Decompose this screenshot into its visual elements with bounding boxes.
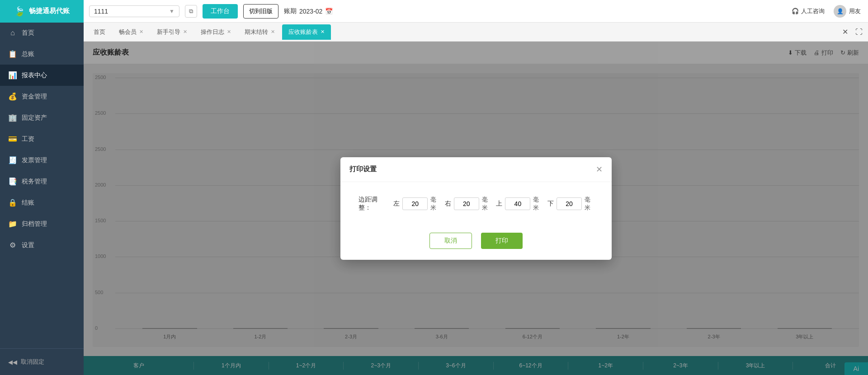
ledger-icon: 📋 xyxy=(8,50,17,58)
collapse-button[interactable]: ◀◀ 取消固定 xyxy=(0,353,84,370)
service-label: 人工咨询 xyxy=(801,7,825,15)
invoice-icon: 🧾 xyxy=(8,156,17,164)
sidebar-item-close[interactable]: 🔒 结账 xyxy=(0,192,84,213)
bottom-label: 下 xyxy=(547,200,554,208)
sidebar-label-invoice: 发票管理 xyxy=(22,156,47,164)
top-header: 🍃 畅捷通易代账 1111 ▼ ⧉ 工作台 切到旧版 账期 2023-02 📅 … xyxy=(0,0,868,23)
close-accounts-icon: 🔒 xyxy=(8,198,17,207)
home-icon: ⌂ xyxy=(8,29,17,37)
sidebar-item-archive[interactable]: 📁 归档管理 xyxy=(0,213,84,234)
sidebar-label-funds: 资金管理 xyxy=(22,93,47,101)
modal-body: 边距调整： 左 毫米 右 毫米 xyxy=(340,182,612,225)
left-label: 左 xyxy=(393,200,400,208)
margin-right-group: 右 毫米 xyxy=(445,196,491,212)
sidebar-item-invoice[interactable]: 🧾 发票管理 xyxy=(0,150,84,171)
tax-icon: 📑 xyxy=(8,177,17,186)
sidebar-bottom: ◀◀ 取消固定 xyxy=(0,348,84,375)
tab-home[interactable]: 首页 xyxy=(87,24,112,40)
sidebar-item-reports[interactable]: 📊 报表中心 xyxy=(0,65,84,86)
service-button[interactable]: 🎧 人工咨询 xyxy=(792,7,825,15)
sidebar-label-reports: 报表中心 xyxy=(22,71,47,80)
tabs-right: ✕ ⛶ xyxy=(840,26,864,38)
margin-right-input[interactable] xyxy=(454,197,479,210)
content-area: 首页 畅会员 ✕ 新手引导 ✕ 操作日志 ✕ 期末结转 ✕ 应收账龄表 ✕ xyxy=(84,23,868,375)
sidebar-label-home: 首页 xyxy=(22,29,34,37)
margin-bottom-input[interactable] xyxy=(557,197,582,210)
tab-aging-label: 应收账龄表 xyxy=(288,28,318,36)
tabs-bar: 首页 畅会员 ✕ 新手引导 ✕ 操作日志 ✕ 期末结转 ✕ 应收账龄表 ✕ xyxy=(84,23,868,42)
tab-guide[interactable]: 新手引导 ✕ xyxy=(151,24,193,40)
user-label: 用友 xyxy=(849,7,861,15)
tab-guide-label: 新手引导 xyxy=(157,28,180,36)
sidebar-item-settings[interactable]: ⚙ 设置 xyxy=(0,234,84,256)
sidebar-label-archive: 归档管理 xyxy=(22,220,47,228)
top-label: 上 xyxy=(496,200,502,208)
sidebar-item-funds[interactable]: 💰 资金管理 xyxy=(0,86,84,107)
modal-title: 打印设置 xyxy=(349,165,377,173)
sidebar-label-ledger: 总账 xyxy=(22,50,34,58)
margin-top-input[interactable] xyxy=(505,197,530,210)
logo-text: 畅捷通易代账 xyxy=(29,7,70,15)
collapse-icon: ◀◀ xyxy=(8,359,17,366)
modal-close-button[interactable]: ✕ xyxy=(596,164,603,174)
margin-top-group: 上 毫米 xyxy=(496,196,542,212)
print-settings-modal: 打印设置 ✕ 边距调整： 左 毫米 右 xyxy=(340,157,612,260)
avatar-icon: 👤 xyxy=(837,8,844,14)
assets-icon: 🏢 xyxy=(8,113,17,122)
tab-oplog-close[interactable]: ✕ xyxy=(227,29,231,34)
sidebar-label-tax: 税务管理 xyxy=(22,178,47,186)
margin-row: 边距调整： 左 毫米 右 毫米 xyxy=(359,196,594,212)
tab-oplog-label: 操作日志 xyxy=(201,28,224,36)
margin-left-group: 左 毫米 xyxy=(393,196,439,212)
chevron-down-icon: ▼ xyxy=(169,8,175,14)
calendar-icon[interactable]: 📅 xyxy=(325,8,333,15)
funds-icon: 💰 xyxy=(8,92,17,101)
tab-member-close[interactable]: ✕ xyxy=(139,29,143,34)
tab-aging[interactable]: 应收账龄表 ✕ xyxy=(282,24,331,40)
tab-guide-close[interactable]: ✕ xyxy=(183,29,187,34)
sidebar-label-settings: 设置 xyxy=(22,241,34,249)
tab-close-all-button[interactable]: ✕ xyxy=(840,26,850,38)
page-content: 应收账龄表 ⬇ 下载 🖨 打印 ↻ 刷新 xyxy=(84,42,868,375)
left-unit: 毫米 xyxy=(430,196,439,212)
copy-icon: ⧉ xyxy=(189,8,193,14)
tab-member[interactable]: 畅会员 ✕ xyxy=(113,24,150,40)
tab-period-close[interactable]: ✕ xyxy=(271,29,275,34)
sidebar-item-assets[interactable]: 🏢 固定资产 xyxy=(0,107,84,128)
tab-oplog[interactable]: 操作日志 ✕ xyxy=(194,24,237,40)
tab-period[interactable]: 期末结转 ✕ xyxy=(238,24,281,40)
sidebar-item-salary[interactable]: 💳 工资 xyxy=(0,128,84,150)
cancel-button[interactable]: 取消 xyxy=(429,233,472,249)
collapse-label: 取消固定 xyxy=(21,358,44,366)
switch-old-button[interactable]: 切到旧版 xyxy=(243,4,278,19)
user-area[interactable]: 👤 用友 xyxy=(834,5,861,18)
main-layout: ⌂ 首页 📋 总账 📊 报表中心 💰 资金管理 🏢 固定资产 💳 工资 xyxy=(0,23,868,375)
sidebar-label-assets: 固定资产 xyxy=(22,114,47,122)
margin-bottom-group: 下 毫米 xyxy=(547,196,594,212)
tab-aging-close[interactable]: ✕ xyxy=(321,29,325,34)
archive-icon: 📁 xyxy=(8,220,17,228)
sidebar-item-tax[interactable]: 📑 税务管理 xyxy=(0,171,84,192)
tab-home-label: 首页 xyxy=(94,28,105,36)
margin-left-input[interactable] xyxy=(402,197,428,210)
right-label: 右 xyxy=(445,200,451,208)
sidebar-item-ledger[interactable]: 📋 总账 xyxy=(0,43,84,65)
logo-area: 🍃 畅捷通易代账 xyxy=(0,0,84,23)
print-confirm-button[interactable]: 打印 xyxy=(481,233,523,249)
top-unit: 毫米 xyxy=(533,196,542,212)
avatar: 👤 xyxy=(834,5,846,18)
margin-label: 边距调整： xyxy=(359,196,388,212)
company-selector[interactable]: 1111 ▼ xyxy=(89,5,179,17)
tab-member-label: 畅会员 xyxy=(119,28,137,36)
copy-button[interactable]: ⧉ xyxy=(185,5,197,18)
workbench-button[interactable]: 工作台 xyxy=(203,4,238,19)
bottom-unit: 毫米 xyxy=(585,196,594,212)
tab-maximize-button[interactable]: ⛶ xyxy=(854,26,864,38)
tab-period-label: 期末结转 xyxy=(245,28,268,36)
period-area: 账期 2023-02 📅 xyxy=(284,7,333,15)
sidebar-item-home[interactable]: ⌂ 首页 xyxy=(0,23,84,43)
modal-header: 打印设置 ✕ xyxy=(340,157,612,182)
company-name: 1111 xyxy=(94,8,166,15)
modal-footer: 取消 打印 xyxy=(340,225,612,260)
sidebar-scroll: ⌂ 首页 📋 总账 📊 报表中心 💰 资金管理 🏢 固定资产 💳 工资 xyxy=(0,23,84,348)
